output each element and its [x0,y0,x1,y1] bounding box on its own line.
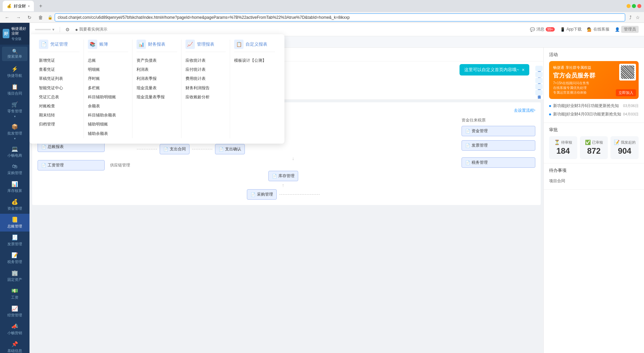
company-dropdown[interactable]: ▾ [35,27,54,32]
sidebar-item-tax[interactable]: 📝 税务管理 [0,249,30,267]
menu-item-archive[interactable]: 归档管理 [39,120,79,129]
basic-icon: 📌 [11,341,18,347]
sidebar-item-wholesale[interactable]: 📦 批发管理 ▾ [0,121,30,143]
voucher-title: 凭证管理 [50,41,68,47]
sidebar-item-invoice[interactable]: 🧾 发票管理 [0,232,30,249]
service-community-btn[interactable]: 服务社区 [535,84,543,89]
bookmark-icon[interactable]: ⤴ [628,14,633,21]
approval-card-initiated[interactable]: 📝 我发起的 904 [610,136,639,159]
close-button[interactable] [637,4,641,8]
sidebar-item-fixed[interactable]: 🏢 固定资产 [0,267,30,285]
sidebar-search-button[interactable]: 🔍 搜索菜单 [2,47,28,61]
refresh-button[interactable]: ↻ [25,14,34,21]
tab-close[interactable]: × [28,4,30,8]
marketing-icon: 📣 [11,323,18,330]
menu-item-multi-column[interactable]: 多栏账 [88,84,128,93]
back-button[interactable]: ← [3,14,11,21]
menu-item-receivable-stats[interactable]: 应收统计表 [185,56,226,65]
approval-card-approved[interactable]: ✅ 已审核 872 [580,136,608,159]
menu-item-profit-loss[interactable]: 利润表 [137,65,177,74]
setup-flow-link[interactable]: 去设置流程 [514,108,534,113]
menu-item-balance[interactable]: 余额表 [88,102,128,111]
menu-item-draft-voucher[interactable]: 草稿凭证列表 [39,74,79,83]
sidebar-item-capital[interactable]: 💰 资金管理 [0,196,30,214]
news-item-2[interactable]: 新功能|好业财4月03日功能更新抢先知 04月03日 [549,110,639,118]
demo-link[interactable]: ● 我要看实例演示 [75,27,107,32]
message-button[interactable]: 💬 消息 99+ [530,27,555,32]
sidebar-item-label: 基础信息 [7,348,22,353]
sidebar-item-basic[interactable]: 📌 基础信息 [0,338,30,353]
menu-item-add-voucher[interactable]: 新增凭证 [39,56,79,65]
menu-item-aux-detail[interactable]: 辅助明细账 [88,120,128,129]
menu-item-cashflow[interactable]: 现金流量表 [137,84,177,93]
financial-report-title: 财务报表 [148,41,165,47]
sidebar-item-salary[interactable]: 💵 工资 [0,285,30,303]
salary-mgmt-box[interactable]: 📄 工资管理 [38,160,105,170]
capital-tax-boxes: 📄 资金管理 📄 发票管理 📄 税务管理 [462,126,535,168]
star-icon[interactable]: ☆ [634,14,641,21]
homepage-settings-btn[interactable]: 首页设置 [535,66,543,71]
menu-item-finance-profit[interactable]: 财务利润报告 [185,84,226,93]
sidebar-item-retail[interactable]: 🛒 零售管理 ▾ [0,99,30,121]
topbar-settings-button[interactable]: ⚙ [65,27,70,32]
menu-item-subject-aux-detail[interactable]: 科目辅助明细账 [88,93,128,102]
news-item-1[interactable]: 新功能|好业财3月6日功能更新抢先知 03月06日 [549,102,639,110]
online-service-button[interactable]: 💁 在线客服 [587,27,609,32]
menu-item-subject-aux-balance[interactable]: 科目辅助余额表 [88,111,128,120]
menu-item-cashflow-quarterly[interactable]: 现金流量表季报 [137,93,177,102]
dropdown-menu[interactable]: 📄 凭证管理 新增凭证 查看凭证 草稿凭证列表 智能凭证中心 凭证汇总表 对账检… [30,34,284,144]
sidebar-item-marketing[interactable]: 📣 小畅营销 [0,320,30,338]
sidebar-item-inventory[interactable]: 📊 库存核算 [0,178,30,196]
sidebar-item-purchase[interactable]: 🛍 采购管理 [0,161,30,178]
tooltip-close-icon[interactable]: × [522,67,525,72]
inventory-box[interactable]: 📄 库存管理 [268,171,298,181]
customer-service-btn[interactable]: 客服热线 [535,78,543,83]
capital-mgmt-box[interactable]: 📄 资金管理 [462,126,535,136]
menu-item-aging-analysis[interactable]: 应收账龄分析 [185,93,226,102]
menu-item-sequence-ledger[interactable]: 序时账 [88,74,128,83]
menu-item-account-check[interactable]: 对账检查 [39,102,79,111]
forward-button[interactable]: → [14,14,23,21]
help-center-btn[interactable]: 帮助中心 [535,72,543,77]
url-input[interactable] [55,13,625,21]
minimize-button[interactable] [627,4,631,8]
menu-item-view-voucher[interactable]: 查看凭证 [39,65,79,74]
menu-item-profit-loss-quarterly[interactable]: 利润表季报 [137,74,177,83]
menu-section-mgmt-report: 📈 管理报表 应收统计表 应付统计表 费用统计表 财务利润报告 应收账龄分析 [181,40,230,138]
menu-item-detail-ledger[interactable]: 明细账 [88,65,128,74]
menu-item-general-ledger[interactable]: 总账 [88,56,128,65]
ledger-icon: 📚 [88,40,97,49]
menu-item-voucher-summary[interactable]: 凭证汇总表 [39,93,79,102]
sidebar-search-area[interactable]: 🔍 搜索菜单 [0,45,30,63]
expense-confirm-box[interactable]: 📄 支出确认 [215,144,245,154]
user-menu[interactable]: 👤 管理员 [615,26,639,33]
app-download-button[interactable]: 📱 App下载 [560,27,582,32]
flow-dash-4 [192,149,212,149]
menu-item-payable-stats[interactable]: 应付统计表 [185,65,226,74]
approval-card-pending[interactable]: ⏳ 待审核 184 [549,136,577,159]
dropdown-icon: ▾ [52,27,54,32]
menu-item-aux-balance[interactable]: 辅助余额表 [88,129,128,138]
new-tab-button[interactable]: + [37,2,45,10]
expense-contract-box[interactable]: 📄 支出合同 [160,144,190,154]
delete-button[interactable]: 🗑 [36,14,45,21]
menu-item-balance-sheet[interactable]: 资产负债表 [137,56,177,65]
todo-item-1[interactable]: 项目合同 [549,177,639,185]
browser-tab[interactable]: 💰 好业财 × [3,1,34,11]
maximize-button[interactable] [632,4,636,8]
invoice-mgmt-box[interactable]: 📄 发票管理 [462,140,535,151]
menu-item-expense-stats[interactable]: 费用统计表 [185,74,226,83]
sidebar-item-project[interactable]: 📋 项目合同 [0,81,30,99]
tax-mgmt-box[interactable]: 📄 税务管理 [462,157,535,168]
sidebar-item-shortcut[interactable]: ⚡ 快捷导航 [0,63,30,81]
menu-item-template-design[interactable]: 模板设计【公测】 [234,56,275,65]
sidebar-item-accounting[interactable]: 📒 总账管理 [0,214,30,232]
desktop-shortcut-btn[interactable]: 桌面快捷 [535,90,543,95]
sidebar-item-operation[interactable]: 📈 经营管理 [0,303,30,320]
sidebar-item-ecommerce[interactable]: 💻 小畅电商 [0,143,30,161]
menu-item-smart-voucher[interactable]: 智能凭证中心 [39,84,79,93]
join-button[interactable]: 立即加入 [616,89,636,96]
approval-title: 审批 [549,127,639,133]
purchase-box[interactable]: 📄 采购管理 [247,189,277,200]
menu-item-period-end[interactable]: 期末结转 [39,111,79,120]
